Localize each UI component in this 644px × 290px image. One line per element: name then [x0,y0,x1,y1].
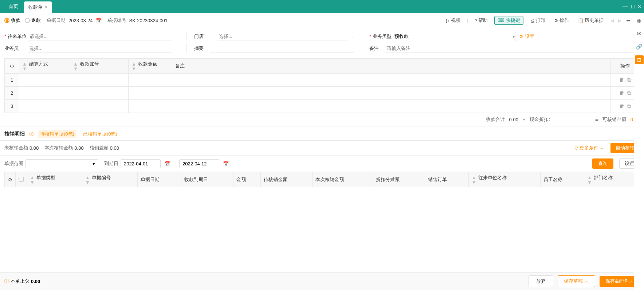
gear-icon: ⚙ [519,34,523,39]
tab-bar: 首页 收款单 × — □ × [0,0,644,13]
sort-arrows-2[interactable]: ▲▼ [73,62,78,71]
radio-refund[interactable]: 退款 [25,17,41,24]
radio-collection[interactable]: 收款 [4,17,20,24]
th-gear-bottom[interactable]: ⚙ [5,172,16,187]
delete-row-3-icon[interactable]: 🗑 [619,103,624,109]
uncancelled-stat: 未核销金额 0.00 [4,145,39,151]
calendar-start-icon[interactable]: 📅 [164,161,170,166]
store-field: 门店 ··· [194,32,354,40]
writeoff-table: ⚙ ▲▼ 单据类型 ▲▼ 单据编号 [4,172,640,187]
counterpart-dots[interactable]: ··· [175,34,179,39]
sidebar-link-icon[interactable]: 🔗 [635,42,644,51]
radio-circle-refund [25,18,30,23]
summary-input[interactable] [210,44,354,52]
table-gear-icon[interactable]: ⚙ [10,63,14,69]
query-btn[interactable]: 查询 [592,158,613,169]
current-due-stat: ⓘ 本单上欠 0.00 [4,278,40,285]
remark-field: 备注 [369,44,640,52]
th-settle: ▲▼ 结算方式 [19,59,70,74]
info-circle-icon: ⓘ [4,278,9,285]
copy-row-3-icon[interactable]: ⧉ [627,103,631,109]
help-icon: ? [475,18,477,23]
counterpart-input[interactable] [28,32,172,40]
sidebar-table-icon[interactable]: ▦ [635,16,644,25]
right-sidebar: ▦ ✉ 🔗 ⊡ [634,13,644,290]
gear-bottom-icon[interactable]: ⚙ [8,177,12,183]
form-row-2: 业务员 ··· 摘要 备注 [4,44,640,53]
bottom-table-wrapper: ⚙ ▲▼ 单据类型 ▲▼ 单据编号 [0,172,644,272]
maximize-btn[interactable]: □ [631,3,635,10]
tab-close-icon[interactable]: × [45,5,47,10]
more-conditions-btn[interactable]: ▽ 更多条件 ︿ [574,145,605,151]
tab-active[interactable]: 收款单 × [24,1,52,13]
calendar-icon[interactable]: 📅 [96,18,102,23]
play-icon: ▷ [446,18,450,23]
th-dept-name: ▲▼ 部门名称 [584,172,640,187]
select-all-checkbox[interactable] [19,177,24,182]
ops-icon: ⚙ [554,18,558,23]
due-date-start-input[interactable] [121,159,161,168]
copy-row-1-icon[interactable]: ⧉ [627,77,631,83]
sidebar-screenshot-icon[interactable]: ⊡ [635,55,644,64]
filter-icon: ▽ [574,145,578,151]
info-icon[interactable]: ⓘ [29,131,34,137]
staff-dots[interactable]: ··· [175,46,179,51]
cash-discount-input[interactable] [554,116,591,123]
table-gear-header[interactable]: ⚙ [5,59,19,74]
delete-row-2-icon[interactable]: 🗑 [619,90,624,96]
divider-2 [362,32,362,41]
save-draft-btn[interactable]: 保存草稿 ︿ [558,275,595,287]
window-controls: — □ × [623,3,641,10]
summary-field: 摘要 [194,44,354,52]
top-toolbar: 收款 退款 单据日期 2023-03-24 📅 单据编号 SK-20230324… [0,13,644,28]
list-view-icon[interactable]: ☰ [626,18,631,23]
form-area: 往来单位 ··· 门店 ··· 业务类型 预收款 ▾ ⚙ [0,28,644,58]
sort-arrows[interactable]: ▲▼ [22,62,27,71]
writeoff-sub-row: 未核销金额 0.00 本次核销金额 0.00 核销差额 0.00 ▽ 更多条件 … [0,141,644,156]
due-date-end-input[interactable] [179,159,219,168]
history-btn[interactable]: 📋 历史单据 [576,16,606,25]
table-row: 1 🗑 ⧉ [5,74,640,87]
business-type-select[interactable]: 预收款 ▾ [393,32,515,41]
table-row: 2 🗑 ⧉ [5,87,640,100]
chevron-up-new-icon: ︿ [629,278,634,285]
staff-input[interactable] [28,44,172,52]
th-discount: 折扣分摊额 [373,172,425,187]
remark-input[interactable] [385,44,640,52]
th-amount: 金额 [233,172,260,187]
minimize-btn[interactable]: — [623,3,628,10]
close-btn[interactable]: × [638,3,641,10]
print-btn[interactable]: 🖨 打印 [528,16,547,25]
select-chevron-icon: ▾ [93,161,95,166]
toolbar-right: ▷ 视频 | ? 帮助 ⌨ 快捷键 🖨 打印 ⚙ 操作 📋 历史单据 [444,16,640,25]
operations-btn[interactable]: ⚙ 操作 [552,16,571,25]
pending-writeoff-tab[interactable]: 待核销单据(0笔) [38,130,76,138]
doc-range-select[interactable]: ▾ [25,159,98,168]
writeoff-header: 核销明细 ⓘ 待核销单据(0笔) 已核销单据(0笔) [0,126,644,141]
help-btn[interactable]: ? 帮助 [472,16,490,25]
diff-stat: 核销差额 0.00 [90,145,119,151]
writeoff-title: 核销明细 [4,131,25,137]
sort-arrows-3[interactable]: ▲▼ [131,62,136,71]
store-input[interactable] [217,32,347,40]
copy-row-2-icon[interactable]: ⧉ [627,90,631,96]
shortcut-btn[interactable]: ⌨ 快捷键 [494,16,523,25]
form-row-1: 往来单位 ··· 门店 ··· 业务类型 预收款 ▾ ⚙ [4,32,640,41]
radio-group: 收款 退款 [4,17,41,24]
collection-table: ⚙ ▲▼ 结算方式 ▲▼ 收款账号 ▲▼ 收款金额 备注 [4,58,640,113]
abandon-btn[interactable]: 放弃 [529,275,553,287]
video-btn[interactable]: ▷ 视频 [444,16,463,25]
summary-label: 摘要 [194,45,209,52]
settings-button[interactable]: ⚙ 设置 [515,32,538,41]
sidebar-mail-icon[interactable]: ✉ [635,29,644,38]
tab-home[interactable]: 首页 [3,0,24,13]
th-doc-type: ▲▼ 单据类型 [27,172,82,187]
calendar-end-icon[interactable]: 📅 [223,161,229,166]
divider-1 [186,32,187,41]
done-writeoff-tab[interactable]: 已核销单据(0笔) [81,130,119,138]
delete-row-1-icon[interactable]: 🗑 [619,77,624,83]
store-dots[interactable]: ··· [350,34,354,39]
doc-range-field: 单据范围 ▾ [4,159,98,168]
bottom-footer: ⓘ 本单上欠 0.00 放弃 保存草稿 ︿ 保存&新增 ︿ [0,272,644,290]
chevron-up-icon: ︿ [600,145,605,151]
